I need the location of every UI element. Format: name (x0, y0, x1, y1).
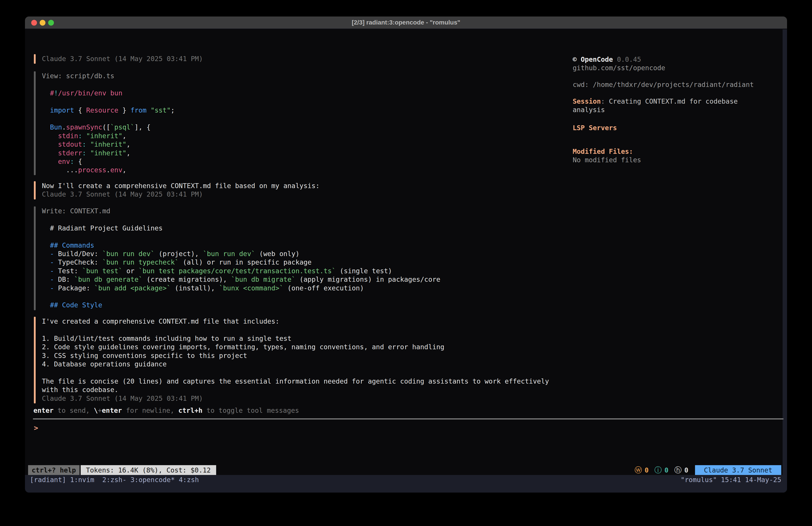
keybind-hint: enter to send, \+enter for newline, ctrl… (33, 406, 299, 415)
terminal-line: ## Commands (42, 241, 440, 250)
terminal-line: stderr: "inherit", (42, 149, 175, 157)
terminal-line: - TypeCheck: `bun run typecheck` (all) o… (42, 258, 440, 267)
terminal-line: ## Code Style (42, 301, 440, 309)
info-count: 0 (665, 466, 668, 474)
assistant-message-block: Now I'll create a comprehensive CONTEXT.… (42, 182, 320, 199)
terminal-line: github.com/sst/opencode (573, 64, 665, 72)
terminal-line (42, 80, 175, 89)
terminal-line: enter to send, \+enter for newline, ctrl… (33, 406, 299, 415)
sidebar-lsp-servers: LSP Servers (573, 124, 617, 132)
prompt-input[interactable]: > (33, 423, 782, 433)
terminal-line: ...process.env, (42, 166, 175, 174)
sidebar-app-info: © OpenCode 0.0.45github.com/sst/opencode (573, 55, 665, 72)
terminal-line: import { Resource } from "sst"; (42, 106, 175, 115)
hint-count: 0 (684, 466, 688, 474)
prompt-symbol: > (33, 424, 38, 432)
scrollbar-track[interactable] (783, 29, 787, 493)
window-title: [2/3] radiant:3:opencode - "romulus" (352, 19, 460, 26)
terminal-line: 4. Database operations guidance (42, 360, 549, 368)
terminal-line: Claude 3.7 Sonnet (14 May 2025 03:41 PM) (42, 190, 320, 199)
message-accent-bar (34, 54, 36, 64)
terminal-line: Session: Creating CONTEXT.md for codebas… (573, 97, 738, 106)
terminal-line: env: { (42, 157, 175, 166)
message-accent-bar (34, 317, 36, 403)
close-button[interactable] (31, 20, 37, 26)
sidebar-cwd: cwd: /home/thdxr/dev/projects/radiant/ra… (573, 81, 754, 89)
terminal-line (42, 326, 549, 334)
warning-icon: ⓦ (635, 465, 642, 475)
terminal-line: Now I'll create a comprehensive CONTEXT.… (42, 182, 320, 190)
terminal-line: analysis (573, 106, 738, 114)
terminal-line: No modified files (573, 156, 641, 164)
terminal-line: with this codebase. (42, 386, 549, 394)
maximize-button[interactable] (48, 20, 54, 26)
terminal-line: cwd: /home/thdxr/dev/projects/radiant/ra… (573, 81, 754, 89)
tmux-window-list[interactable]: [radiant] 1:nvim 2:zsh- 3:opencode* 4:zs… (30, 475, 199, 484)
terminal-line: - Package: `bun add <package>` (install)… (42, 284, 440, 293)
terminal-line: Modified Files: (573, 147, 641, 156)
terminal-line: #!/usr/bin/env bun (42, 89, 175, 97)
terminal-line: View: script/db.ts (42, 72, 175, 80)
terminal-line: LSP Servers (573, 124, 617, 132)
terminal-line (42, 368, 549, 377)
tool-view-block: View: script/db.ts #!/usr/bin/env bun im… (42, 72, 175, 174)
terminal-line: The file is concise (20 lines) and captu… (42, 377, 549, 386)
terminal-line: I've created a comprehensive CONTEXT.md … (42, 317, 549, 326)
input-separator (33, 418, 783, 420)
terminal-line (42, 97, 175, 106)
minimize-button[interactable] (40, 20, 45, 26)
terminal-line: stdout: "inherit", (42, 140, 175, 149)
tokens-cost-chip: Tokens: 16.4K (8%), Cost: $0.12 (81, 465, 216, 475)
tool-accent-bar (34, 71, 36, 175)
terminal-line: Claude 3.7 Sonnet (14 May 2025 03:41 PM) (42, 55, 203, 63)
terminal-line: - DB: `bun db generate` (create migratio… (42, 275, 440, 284)
terminal-line (42, 215, 440, 224)
status-bar: ctrl+? help Tokens: 16.4K (8%), Cost: $0… (28, 465, 781, 475)
terminal-line: 3. CSS styling conventions specific to t… (42, 352, 549, 360)
window-titlebar[interactable]: [2/3] radiant:3:opencode - "romulus" (25, 16, 787, 29)
terminal-content: Claude 3.7 Sonnet (14 May 2025 03:41 PM)… (25, 29, 787, 493)
diagnostics-counters: ⓦ 0 ⓘ 0 ⓗ 0 (629, 465, 688, 475)
terminal-line: © OpenCode 0.0.45 (573, 55, 665, 64)
assistant-header-block: Claude 3.7 Sonnet (14 May 2025 03:41 PM) (42, 55, 203, 63)
tool-write-block: Write: CONTEXT.md # Radiant Project Guid… (42, 207, 440, 310)
tmux-status-bar: [radiant] 1:nvim 2:zsh- 3:opencode* 4:zs… (25, 475, 787, 493)
help-chip: ctrl+? help (28, 465, 79, 475)
info-icon: ⓘ (654, 465, 662, 475)
terminal-window: [2/3] radiant:3:opencode - "romulus" Cla… (25, 16, 787, 493)
terminal-line: - Test: `bun test` or `bun test packages… (42, 267, 440, 275)
terminal-line: # Radiant Project Guidelines (42, 224, 440, 232)
sidebar-session: Session: Creating CONTEXT.md for codebas… (573, 97, 738, 114)
terminal-line: Write: CONTEXT.md (42, 207, 440, 215)
tool-accent-bar (34, 207, 36, 310)
terminal-line: Bun.spawnSync([`psql`], { (42, 123, 175, 131)
terminal-line: - Build/Dev: `bun run dev` (project), `b… (42, 250, 440, 258)
message-accent-bar (34, 181, 36, 199)
terminal-line: stdin: "inherit", (42, 132, 175, 140)
model-badge: Claude 3.7 Sonnet (695, 465, 781, 475)
tmux-session-clock: "romulus" 15:41 14-May-25 (681, 475, 781, 484)
terminal-line (42, 293, 440, 301)
terminal-line: 2. Code style guidelines covering import… (42, 343, 549, 351)
warning-count: 0 (645, 466, 649, 474)
sidebar-modified-files: Modified Files:No modified files (573, 147, 641, 165)
terminal-line (42, 115, 175, 123)
hint-icon: ⓗ (674, 465, 682, 475)
assistant-summary-block: I've created a comprehensive CONTEXT.md … (42, 317, 549, 403)
terminal-line (42, 232, 440, 241)
terminal-line: Claude 3.7 Sonnet (14 May 2025 03:41 PM) (42, 394, 549, 403)
terminal-line: 1. Build/lint/test commands including ho… (42, 334, 549, 343)
